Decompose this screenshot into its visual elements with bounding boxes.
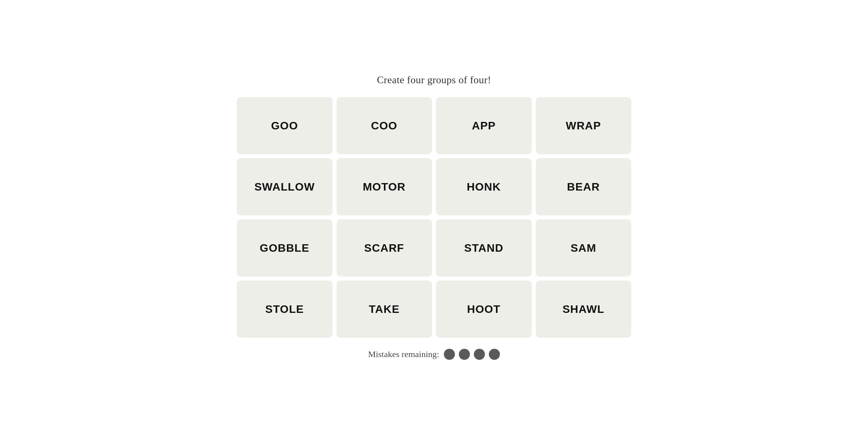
- word-label-shawl: SHAWL: [563, 303, 604, 316]
- word-card-scarf[interactable]: SCARF: [337, 219, 432, 277]
- mistakes-label: Mistakes remaining:: [368, 349, 439, 359]
- word-card-stand[interactable]: STAND: [436, 219, 532, 277]
- word-grid: GOOCOOAPPWRAPSWALLOWMOTORHONKBEARGOBBLES…: [237, 97, 631, 338]
- word-label-stand: STAND: [464, 242, 503, 254]
- mistake-dot-3: [474, 349, 485, 360]
- word-label-bear: BEAR: [567, 181, 600, 193]
- word-card-take[interactable]: TAKE: [337, 281, 432, 338]
- word-card-swallow[interactable]: SWALLOW: [237, 158, 333, 215]
- game-container: Create four groups of four! GOOCOOAPPWRA…: [237, 74, 631, 360]
- word-label-coo: COO: [371, 120, 397, 132]
- word-label-motor: MOTOR: [363, 181, 406, 193]
- word-label-app: APP: [472, 120, 496, 132]
- word-card-honk[interactable]: HONK: [436, 158, 532, 215]
- word-card-sam[interactable]: SAM: [536, 219, 632, 277]
- subtitle: Create four groups of four!: [377, 74, 491, 86]
- word-label-hoot: HOOT: [467, 303, 501, 316]
- word-label-take: TAKE: [369, 303, 400, 316]
- word-label-swallow: SWALLOW: [254, 181, 315, 193]
- word-card-coo[interactable]: COO: [337, 97, 432, 154]
- word-card-goo[interactable]: GOO: [237, 97, 333, 154]
- mistake-dot-1: [444, 349, 455, 360]
- word-card-motor[interactable]: MOTOR: [337, 158, 432, 215]
- mistake-dot-4: [489, 349, 500, 360]
- word-card-stole[interactable]: STOLE: [237, 281, 333, 338]
- word-card-bear[interactable]: BEAR: [536, 158, 632, 215]
- mistake-dot-2: [459, 349, 470, 360]
- word-card-hoot[interactable]: HOOT: [436, 281, 532, 338]
- word-label-scarf: SCARF: [364, 242, 404, 254]
- word-card-gobble[interactable]: GOBBLE: [237, 219, 333, 277]
- mistakes-dots: [444, 349, 500, 360]
- word-card-wrap[interactable]: WRAP: [536, 97, 632, 154]
- word-label-goo: GOO: [271, 120, 298, 132]
- word-card-app[interactable]: APP: [436, 97, 532, 154]
- word-label-stole: STOLE: [265, 303, 304, 316]
- mistakes-row: Mistakes remaining:: [368, 349, 500, 360]
- word-label-sam: SAM: [571, 242, 596, 254]
- word-label-gobble: GOBBLE: [260, 242, 309, 254]
- word-label-honk: HONK: [467, 181, 501, 193]
- word-card-shawl[interactable]: SHAWL: [536, 281, 632, 338]
- word-label-wrap: WRAP: [566, 120, 601, 132]
